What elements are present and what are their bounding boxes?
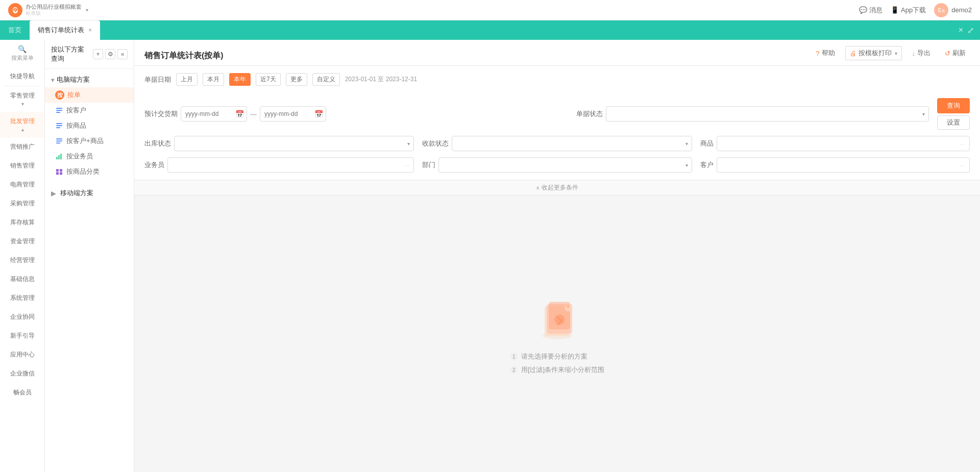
sidebar-item-marketing[interactable]: 营销推广: [0, 137, 44, 156]
filter-panel: 单据日期 上月 本月 本年 近7天 更多 自定义 2023-01-01 至 20…: [134, 66, 980, 180]
settings-plan-button[interactable]: ⚙: [105, 49, 115, 59]
sidebar-item-member[interactable]: 畅会员: [0, 383, 44, 402]
plan-item-by-order[interactable]: 按 按单: [45, 87, 134, 103]
date-more-btn[interactable]: 更多: [286, 73, 307, 86]
export-button[interactable]: ↓ 导出: [908, 46, 935, 60]
svg-rect-1: [56, 110, 62, 111]
plan-item-by-goods[interactable]: 按商品: [45, 118, 134, 133]
goods-input[interactable]: ···: [717, 136, 970, 151]
title-area[interactable]: ▾: [86, 7, 88, 13]
tab-home[interactable]: 首页: [0, 20, 30, 40]
svg-rect-7: [56, 140, 62, 141]
message-icon: 💬: [859, 6, 867, 14]
sidebar-item-system[interactable]: 系统管理: [0, 289, 44, 308]
date-custom-btn[interactable]: 自定义: [312, 73, 340, 86]
sidebar-item-appstore[interactable]: 应用中心: [0, 345, 44, 364]
sidebar-item-collab[interactable]: 企业协同: [0, 308, 44, 326]
calendar-to-icon[interactable]: 📅: [314, 110, 323, 118]
by-goods-icon: [55, 122, 63, 130]
sidebar-item-retail[interactable]: 零售管理 ▾: [0, 86, 44, 112]
receipt-status-wrapper: ▾: [452, 136, 692, 151]
print-icon: 🖨: [850, 50, 856, 57]
tab-expand-button[interactable]: ⤢: [967, 26, 974, 35]
sidebar-item-sales[interactable]: 销售管理: [0, 156, 44, 175]
user-menu-button[interactable]: Ea demo2: [934, 3, 972, 17]
header-left: 办公用品行业模拟账套 标准版 ▾: [8, 3, 88, 17]
date-filter-row: 单据日期 上月 本月 本年 近7天 更多 自定义 2023-01-01 至 20…: [144, 73, 970, 86]
message-button[interactable]: 💬 消息: [859, 6, 883, 15]
svg-rect-15: [60, 172, 62, 175]
main-layout: 🔍 搜索菜单 快捷导航 零售管理 ▾ 批发管理 ▴ 营销推广 销售管理 电商管理…: [0, 40, 980, 472]
template-print-button[interactable]: 🖨 按模板打印 ▾: [845, 46, 902, 60]
plan-item-by-customer[interactable]: 按客户: [45, 103, 134, 118]
collapse-sidebar-button[interactable]: «: [117, 49, 128, 59]
goods-label: 商品: [700, 139, 714, 148]
sidebar-search[interactable]: 🔍 搜索菜单: [0, 40, 44, 67]
mobile-section-arrow-icon: ▶: [51, 190, 56, 197]
collapse-button[interactable]: ∧ 收起更多条件: [536, 183, 578, 192]
calendar-from-icon[interactable]: 📅: [235, 110, 244, 118]
tab-sales-order[interactable]: 销售订单统计表 ×: [30, 20, 100, 40]
settings-button[interactable]: 设置: [937, 115, 970, 130]
logo-area: 办公用品行业模拟账套 标准版: [8, 3, 82, 17]
date-filter-label: 单据日期: [144, 75, 171, 84]
svg-rect-3: [56, 123, 62, 124]
staff-label: 业务员: [144, 160, 164, 170]
query-buttons: 查询 设置: [937, 98, 970, 130]
receipt-status-label: 收款状态: [422, 139, 449, 148]
sidebar-item-inventory[interactable]: 库存核算: [0, 213, 44, 232]
sidebar-item-finance[interactable]: 资金管理: [0, 232, 44, 251]
by-salesperson-icon: [55, 152, 63, 160]
logo-text: 办公用品行业模拟账套 标准版: [26, 4, 82, 16]
date-last-7-btn[interactable]: 近7天: [256, 73, 281, 86]
mobile-section-title[interactable]: ▶ 移动端方案: [45, 185, 134, 201]
app-download-button[interactable]: 📱 App下载: [891, 6, 926, 15]
refresh-icon: ↺: [945, 50, 950, 57]
order-status-select[interactable]: [606, 106, 929, 122]
sidebar-item-purchase[interactable]: 采购管理: [0, 194, 44, 213]
date-last-month-btn[interactable]: 上月: [176, 73, 198, 86]
refresh-button[interactable]: ↺ 刷新: [941, 46, 970, 60]
svg-rect-14: [56, 172, 59, 175]
tab-close-icon[interactable]: ×: [88, 27, 92, 34]
app-logo: [8, 3, 22, 17]
query-button[interactable]: 查询: [937, 98, 970, 113]
app-icon: 📱: [891, 6, 899, 14]
customer-input[interactable]: ···: [717, 157, 970, 173]
ship-status-select[interactable]: [174, 136, 414, 151]
pc-section-title[interactable]: ▾ 电脑端方案: [45, 72, 134, 87]
sidebar-item-ecommerce[interactable]: 电商管理: [0, 175, 44, 194]
plan-item-by-customer-goods[interactable]: 按客户+商品: [45, 133, 134, 149]
sidebar-item-ops[interactable]: 经营管理: [0, 251, 44, 270]
add-plan-button[interactable]: +: [93, 49, 103, 59]
svg-rect-2: [56, 112, 60, 113]
sidebar-item-newbie[interactable]: 新手引导: [0, 326, 44, 345]
plan-item-by-salesperson[interactable]: 按业务员: [45, 149, 134, 164]
page-header: 销售订单统计表(按单) ? 帮助 🖨 按模板打印 ▾ ↓ 导出 ↺ 刷新: [134, 40, 980, 66]
svg-rect-13: [60, 169, 62, 172]
help-button[interactable]: ? 帮助: [812, 46, 839, 60]
sidebar-item-base[interactable]: 基础信息: [0, 270, 44, 289]
sidebar-item-wholesale[interactable]: 批发管理 ▴: [0, 112, 44, 137]
sidebar-item-wechat[interactable]: 企业微信: [0, 364, 44, 383]
staff-input[interactable]: ···: [167, 157, 414, 173]
date-range-text: 2023-01-01 至 2023-12-31: [345, 75, 417, 84]
retail-arrow-icon: ▾: [21, 101, 24, 107]
header-right: 💬 消息 📱 App下载 Ea demo2: [859, 3, 972, 17]
ship-status-label: 出库状态: [144, 139, 171, 148]
sidebar-quick-nav[interactable]: 快捷导航: [0, 67, 44, 86]
date-this-year-btn[interactable]: 本年: [229, 73, 251, 86]
collapse-bar[interactable]: ∧ 收起更多条件: [134, 180, 980, 196]
receipt-status-select[interactable]: [452, 136, 692, 151]
mobile-plan-section: ▶ 移动端方案: [45, 182, 134, 204]
date-this-month-btn[interactable]: 本月: [203, 73, 224, 86]
expected-date-from-wrapper: 📅: [181, 106, 247, 122]
goods-dots-icon: ···: [960, 140, 965, 148]
expected-date-to-wrapper: 📅: [260, 106, 326, 122]
dept-select[interactable]: [438, 157, 692, 173]
plan-item-by-category[interactable]: 按商品分类: [45, 164, 134, 179]
sidebar: 🔍 搜索菜单 快捷导航 零售管理 ▾ 批发管理 ▴ 营销推广 销售管理 电商管理…: [0, 40, 45, 472]
by-category-icon: [55, 168, 63, 176]
tab-close-all-button[interactable]: ×: [959, 26, 963, 35]
customer-label: 客户: [700, 160, 714, 170]
